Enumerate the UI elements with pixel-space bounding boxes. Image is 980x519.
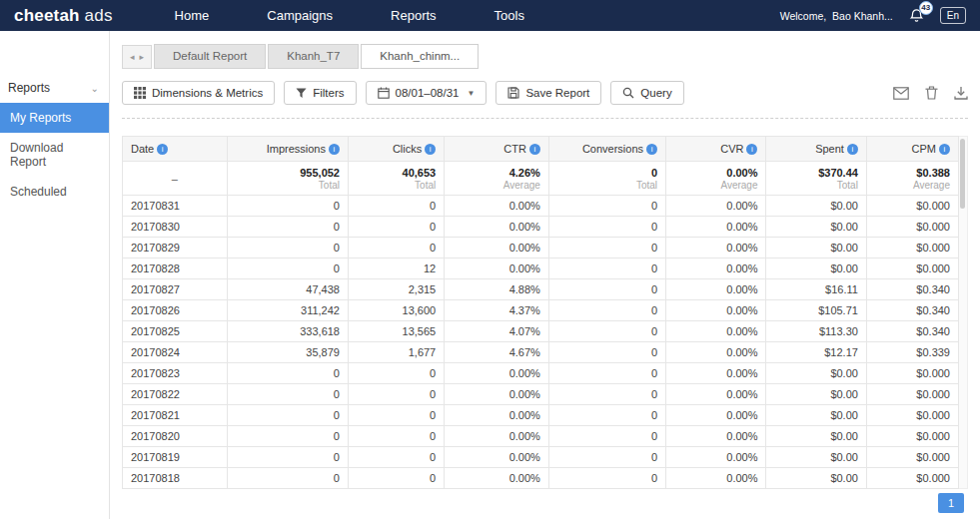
save-report-button[interactable]: Save Report [495,81,601,105]
value-cell: $0.000 [866,468,958,489]
report-tabs: ◂ ▸ Default Report Khanh_T7 Khanh_chinm.… [122,44,968,69]
info-icon[interactable]: i [157,144,168,155]
date-range-button[interactable]: 08/01–08/31 ▼ [366,81,488,105]
column-header-conversions[interactable]: Conversionsi [548,137,665,162]
tab-khanh-chinm[interactable]: Khanh_chinm... [361,44,479,69]
tab-scroll-right-icon[interactable]: ▸ [140,51,145,63]
table-row: 20170831000.00%00.00%$0.00$0.000 [123,196,959,217]
download-report-icon[interactable] [954,86,968,100]
main-nav: Home Campaigns Reports Tools [175,8,524,23]
dimensions-metrics-button[interactable]: Dimensions & Metrics [122,81,275,105]
brand-bold: cheetah [14,6,80,25]
value-cell: 0.00% [445,238,549,259]
tab-scroll-arrows[interactable]: ◂ ▸ [122,45,152,69]
notifications-bell-icon[interactable]: 43 [909,8,924,23]
column-header-cpm[interactable]: CPMi [866,137,958,162]
value-cell: 0 [548,300,665,321]
table-scrollbar[interactable] [959,136,968,489]
language-button[interactable]: En [940,7,966,24]
value-cell: $105.71 [766,300,866,321]
info-icon[interactable]: i [329,144,340,155]
sidebar-item-my-reports[interactable]: My Reports [0,103,109,133]
navbar-right: Welcome, Bao Khanh... 43 En [780,7,966,24]
info-icon[interactable]: i [847,144,858,155]
nav-item-home[interactable]: Home [175,8,210,23]
value-cell: $0.000 [866,238,958,259]
column-header-ctr[interactable]: CTRi [445,137,549,162]
column-header-clicks[interactable]: Clicksi [348,137,444,162]
value-cell: 2,315 [348,279,444,300]
value-cell: 0 [227,405,348,426]
value-cell: $0.339 [866,342,958,363]
table-row: 2017082747,4382,3154.88%00.00%$16.11$0.3… [123,279,959,300]
value-cell: 0.00% [666,468,766,489]
date-cell: 20170822 [123,384,228,405]
sidebar-section-reports[interactable]: Reports ⌄ [0,73,109,103]
value-cell: 0.00% [666,279,766,300]
nav-item-reports[interactable]: Reports [391,8,437,23]
value-cell: 0 [548,279,665,300]
info-icon[interactable]: i [529,144,540,155]
filters-button[interactable]: Filters [284,81,356,105]
report-table-area: Datei Impressionsi Clicksi CTRi Conversi… [122,136,968,489]
filters-label: Filters [313,87,344,99]
chevron-down-icon: ⌄ [91,83,99,94]
tab-khanh-t7[interactable]: Khanh_T7 [268,44,359,69]
value-cell: $16.11 [766,279,866,300]
value-cell: 0 [548,447,665,468]
value-cell: 0 [227,447,348,468]
info-icon[interactable]: i [746,144,757,155]
table-row: 20170822000.00%00.00%$0.00$0.000 [123,384,959,405]
value-cell: 0.00% [666,321,766,342]
value-cell: 4.88% [445,279,549,300]
delete-report-icon[interactable] [925,86,938,100]
page-button-1[interactable]: 1 [938,493,964,513]
date-cell: 20170820 [123,426,228,447]
info-icon[interactable]: i [939,144,950,155]
welcome-text[interactable]: Welcome, Bao Khanh... [780,10,893,22]
value-cell: 0 [548,217,665,238]
value-cell: 0.00% [666,217,766,238]
nav-item-campaigns[interactable]: Campaigns [267,8,333,23]
value-cell: $0.340 [866,321,958,342]
value-cell: 0 [227,426,348,447]
table-row: 20170820000.00%00.00%$0.00$0.000 [123,426,959,447]
date-cell: 20170826 [123,300,228,321]
info-icon[interactable]: i [646,144,657,155]
toolbar-right-icons [893,86,968,100]
nav-item-tools[interactable]: Tools [494,8,524,23]
value-cell: 0.00% [666,300,766,321]
column-header-impressions[interactable]: Impressionsi [227,137,348,162]
value-cell: 0 [548,259,665,279]
table-row: 20170823000.00%00.00%$0.00$0.000 [123,363,959,384]
value-cell: 0.00% [445,259,549,279]
sidebar-item-scheduled[interactable]: Scheduled [0,177,109,207]
query-button[interactable]: Query [610,81,683,105]
value-cell: 0 [227,384,348,405]
value-cell: 0 [548,468,665,489]
value-cell: 0 [348,405,444,426]
column-header-cvr[interactable]: CVRi [666,137,766,162]
sidebar-item-download-report[interactable]: Download Report [0,133,109,177]
value-cell: $0.00 [766,238,866,259]
value-cell: 0.00% [666,447,766,468]
value-cell: $0.00 [766,217,866,238]
email-report-icon[interactable] [893,87,909,100]
scrollbar-thumb[interactable] [960,139,965,209]
value-cell: $12.17 [766,342,866,363]
value-cell: 0 [548,405,665,426]
tab-default-report[interactable]: Default Report [154,44,266,69]
value-cell: $0.340 [866,279,958,300]
column-header-date[interactable]: Datei [123,137,228,162]
totals-cell: 0Total [548,162,665,196]
tab-scroll-left-icon[interactable]: ◂ [130,51,135,63]
value-cell: $0.00 [766,405,866,426]
value-cell: 12 [348,259,444,279]
info-icon[interactable]: i [425,144,436,155]
value-cell: 0 [548,321,665,342]
dimensions-metrics-label: Dimensions & Metrics [152,87,263,99]
column-header-spent[interactable]: Spenti [766,137,866,162]
brand-logo[interactable]: cheetah ads [14,6,113,26]
main-content: ◂ ▸ Default Report Khanh_T7 Khanh_chinm.… [110,31,980,519]
table-row: 20170821000.00%00.00%$0.00$0.000 [123,405,959,426]
